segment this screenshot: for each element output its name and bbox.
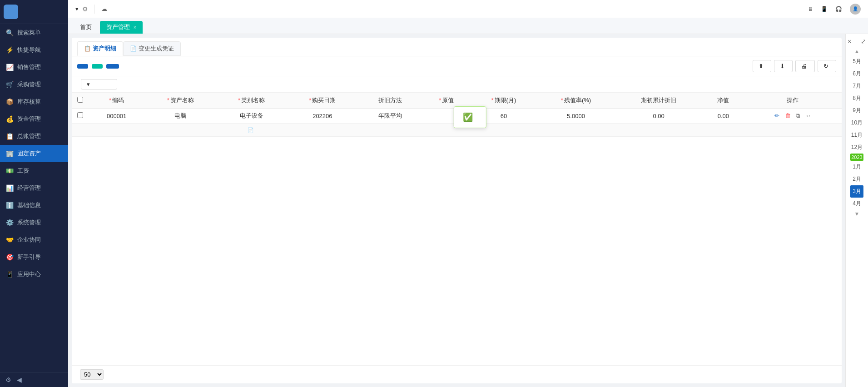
nav-label-inventory: 库存核算 [17,98,41,106]
download-button[interactable]: ⬇ [774,60,793,72]
month-item-5[interactable]: 5月 [850,55,863,68]
month-item-3[interactable]: 3月 [850,185,863,198]
sub-tab-voucher-gen-label: 变更生成凭证 [139,45,174,53]
subtotal-empty8 [744,124,842,137]
refresh-button[interactable]: ↻ [818,60,836,72]
category-filter-select[interactable]: ▾ [81,79,117,89]
company-dropdown-icon: ▾ [75,5,79,12]
nav-label-app-center: 应用中心 [17,270,41,278]
nav-icon-purchase: 🛒 [5,81,14,88]
cell-initial-depreciation: 0.00 [615,109,703,124]
month-item-2[interactable]: 2月 [850,173,863,185]
nav-label-ledger: 总账管理 [17,132,41,140]
month-item-11[interactable]: 11月 [850,129,863,141]
sidebar-item-inventory[interactable]: 📦库存核算 [0,93,68,110]
month-item-8[interactable]: 8月 [850,92,863,104]
month-item-7[interactable]: 7月 [850,80,863,92]
sidebar-item-ledger[interactable]: 📋总账管理 [0,128,68,145]
month-item-2023[interactable]: 2023 [850,154,863,161]
toolbar: ⬆ ⬇ 🖨 ↻ [72,56,842,76]
panel-scroll-down[interactable]: ▼ [846,210,868,218]
app-download-btn[interactable]: 📱 [821,6,829,12]
cell-category-name: 电子设备 [216,109,287,124]
settings-icon[interactable]: ⚙ [5,376,11,383]
panel-close-button[interactable]: × [848,38,851,45]
collapse-icon[interactable]: ◀ [17,376,22,383]
copy-icon[interactable]: ⧉ [796,112,800,119]
company-selector[interactable]: ▾ [74,5,79,12]
panel-scroll-up[interactable]: ▲ [846,47,868,55]
nav-icon-newbie: 🎯 [5,253,14,261]
service-btn[interactable]: 🎧 [835,6,843,12]
phone-icon: 📱 [821,6,828,12]
logo-icon [4,5,18,19]
nav-icon-inventory: 📦 [5,98,14,105]
experience-btn[interactable]: ☁ [101,5,109,12]
tab-home[interactable]: 首页 [74,21,98,34]
tab-home-label: 首页 [80,24,92,30]
nav-label-sales: 销售管理 [17,63,41,71]
right-panel-header: × ⤢ [846,36,868,47]
subtotal-empty5 [358,124,422,137]
print-button[interactable]: 🖨 [795,60,815,72]
panel-expand-button[interactable]: ⤢ [861,38,866,45]
sidebar-item-app-center[interactable]: 📱应用中心 [0,266,68,283]
sidebar-item-basic-info[interactable]: ℹ️基础信息 [0,197,68,214]
page-size-select[interactable]: 50 10 20 100 [80,369,104,380]
sidebar-nav-list: 🔍搜索菜单⚡快捷导航📈销售管理🛒采购管理📦库存核算💰资金管理📋总账管理🏢固定资产… [0,24,68,372]
batch-button[interactable] [106,64,119,69]
nav-icon-basic-info: ℹ️ [5,202,14,209]
nav-label-newbie: 新手引导 [17,253,41,261]
more-icon[interactable]: ↔ [805,112,811,119]
sidebar: 🔍搜索菜单⚡快捷导航📈销售管理🛒采购管理📦库存核算💰资金管理📋总账管理🏢固定资产… [0,0,68,387]
month-item-4[interactable]: 4月 [850,198,863,210]
sidebar-item-operations[interactable]: 📊经营管理 [0,179,68,197]
sidebar-item-system[interactable]: ⚙️系统管理 [0,214,68,231]
month-item-1[interactable]: 1月 [850,161,863,173]
tab-asset-mgmt[interactable]: 资产管理 × [100,21,143,34]
nav-icon-search: 🔍 [5,29,14,36]
subtotal-empty1 [72,124,88,137]
topbar-right: 🖥 📱 🎧 👤 [808,4,863,15]
sidebar-item-payroll[interactable]: 💵工资 [0,162,68,179]
sidebar-item-quick-nav[interactable]: ⚡快捷导航 [0,41,68,59]
delete-icon[interactable]: 🗑 [785,112,791,119]
refresh-icon: ↻ [823,63,828,69]
topbar: ▾ ⚙ ☁ 🖥 📱 🎧 👤 [68,0,868,18]
settings-btn[interactable]: ⚙ [82,5,88,13]
sub-tab-voucher-gen[interactable]: 📄 变更生成凭证 [123,41,181,56]
select-all-checkbox[interactable] [77,97,83,103]
cell-actions: ✏ 🗑 ⧉ ↔ [744,109,842,124]
tab-close-icon[interactable]: × [134,25,136,30]
month-item-10[interactable]: 10月 [850,117,863,129]
month-item-9[interactable]: 9月 [850,104,863,117]
export-icon: ⬆ [759,63,764,69]
sidebar-footer: ⚙ ◀ [0,372,68,387]
sub-tab-asset-detail[interactable]: 📋 资产明细 [77,41,123,56]
sidebar-item-sales[interactable]: 📈销售管理 [0,59,68,76]
months-list: 5月6月7月8月9月10月11月12月20231月2月3月4月 [850,55,863,210]
month-item-12[interactable]: 12月 [850,141,863,154]
nav-label-system: 系统管理 [17,218,41,227]
export-button[interactable]: ⬆ [753,60,771,72]
sidebar-item-search[interactable]: 🔍搜索菜单 [0,24,68,41]
subtotal-empty4 [287,124,358,137]
sidebar-item-fixed-assets[interactable]: 🏢固定资产 [0,145,68,162]
sidebar-item-capital[interactable]: 💰资金管理 [0,110,68,128]
new-button[interactable] [92,64,103,69]
sidebar-item-newbie[interactable]: 🎯新手引导 [0,248,68,266]
col-category-name: *类别名称 [216,93,287,109]
subtotal-empty2 [88,124,145,137]
reconcile-button[interactable] [77,64,88,69]
asset-detail-icon: 📋 [84,45,91,52]
nav-icon-ledger: 📋 [5,133,14,140]
sidebar-item-enterprise[interactable]: 🤝企业协同 [0,231,68,248]
user-menu[interactable]: 👤 [850,4,863,15]
tab-asset-mgmt-label: 资产管理 [106,24,130,30]
sidebar-item-purchase[interactable]: 🛒采购管理 [0,76,68,93]
row-checkbox[interactable] [77,112,83,118]
message-btn[interactable]: 🖥 [808,6,814,12]
edit-icon[interactable]: ✏ [774,112,779,119]
month-item-6[interactable]: 6月 [850,68,863,80]
toolbar-right: ⬆ ⬇ 🖨 ↻ [753,60,836,72]
